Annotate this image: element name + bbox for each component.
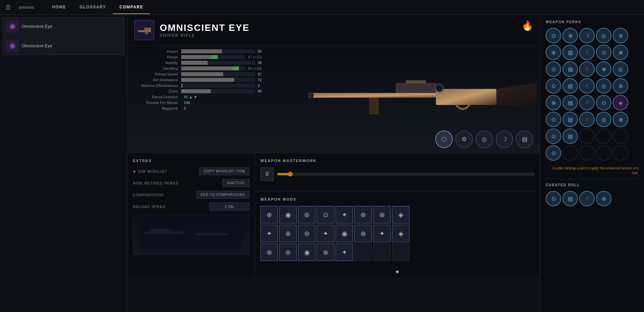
weapon-bottom-perks: ⬡ ⚙ ◎ ☽ ▤ [435, 131, 533, 148]
curated-perk-1[interactable]: ▤ [562, 191, 578, 206]
perk-5-1[interactable]: ▤ [562, 112, 578, 127]
masterwork-slider-track[interactable] [277, 173, 534, 175]
mod-slot-8[interactable]: ✦ [260, 225, 278, 242]
curated-perk-3[interactable]: ⊛ [596, 191, 611, 206]
perk-1-0[interactable]: ⊕ [546, 45, 561, 60]
top-navigation: ☰ omnisc HOME GLOSSARY COMPARE [0, 0, 644, 15]
perk-1-4[interactable]: ⊗ [613, 45, 628, 60]
sidebar-item-0[interactable]: Omniscient Eye [3, 17, 125, 36]
mod-slot-5[interactable]: ⊕ [354, 206, 372, 223]
stat-value-reload: 57 [258, 72, 262, 76]
copy-wishlist-button[interactable]: COPY WISHLIST ITEM [199, 167, 249, 175]
perk-1-2[interactable]: ↑ [579, 45, 595, 60]
perk-0-2[interactable]: ☽ [579, 28, 595, 43]
mod-slot-3[interactable]: ⊙ [317, 206, 334, 223]
weapon-title-group: OMNISCIENT EYE SNIPER RIFLE [160, 22, 250, 38]
mod-slot-13[interactable]: ⊕ [354, 225, 372, 242]
perk-0-4[interactable]: ⊛ [613, 28, 628, 43]
stat-reload: Reload Speed 57 [134, 72, 262, 76]
perk-2-2[interactable]: ↑ [579, 61, 595, 77]
perk-1-1[interactable]: ▤ [562, 45, 578, 60]
perk-6-1[interactable]: ▤ [562, 128, 578, 144]
perk-2-3[interactable]: ⊕ [596, 61, 611, 77]
perk-0-1[interactable]: ⊕ [562, 28, 578, 43]
perk-5-3[interactable]: ◎ [596, 112, 611, 127]
perk-bottom-4[interactable]: ▤ [516, 131, 533, 148]
perk-2-1[interactable]: ▤ [562, 61, 578, 77]
mod-slot-20[interactable]: ✦ [336, 244, 353, 261]
perk-1-3[interactable]: ⊙ [596, 45, 611, 60]
mod-slot-15[interactable]: ◈ [392, 225, 409, 242]
mod-slot-6[interactable]: ⊗ [373, 206, 391, 223]
nav-glossary[interactable]: GLOSSARY [73, 1, 113, 14]
perk-3-4[interactable]: ⊛ [613, 78, 628, 94]
perk-3-2[interactable]: ↑ [579, 78, 595, 94]
svg-rect-27 [151, 229, 171, 231]
perk-6-2[interactable] [579, 128, 595, 144]
perk-5-0[interactable]: ⊙ [546, 112, 561, 127]
perk-0-3[interactable]: ◎ [596, 28, 611, 43]
nav-logo-icon[interactable]: ☰ [5, 4, 11, 11]
mod-slot-11[interactable]: ✦ [317, 225, 334, 242]
perk-2-4[interactable]: ◎ [613, 61, 628, 77]
stat-handling: Handling 80 (+10) [134, 66, 262, 70]
perk-3-3[interactable]: ◎ [596, 78, 611, 94]
nav-home[interactable]: HOME [45, 1, 73, 14]
mod-slot-21[interactable] [354, 244, 372, 261]
mod-slot-12[interactable]: ◉ [336, 225, 353, 242]
mod-slot-9[interactable]: ⊕ [279, 225, 297, 242]
add-to-comparisons-button[interactable]: ADD TO COMPARISONS [196, 191, 249, 199]
stat-bar-airborne [181, 84, 255, 88]
perk-4-1[interactable]: ▤ [562, 95, 578, 110]
perk-4-2[interactable]: ↑ [579, 95, 595, 110]
mod-slot-4[interactable]: ✦ [336, 206, 353, 223]
perk-7-3[interactable] [596, 145, 611, 161]
perk-4-0[interactable]: ⊕ [546, 95, 561, 110]
perk-3-0[interactable]: ⊙ [546, 78, 561, 94]
svg-point-24 [308, 93, 314, 98]
mod-slot-19[interactable]: ⊕ [317, 244, 334, 261]
perk-5-2[interactable]: ↑ [579, 112, 595, 127]
stat-bar-range [181, 55, 245, 59]
perk-5-4[interactable]: ⊕ [613, 112, 628, 127]
mod-slot-16[interactable]: ⊕ [260, 244, 278, 261]
perk-6-3[interactable] [596, 128, 611, 144]
curated-perk-2[interactable]: ↑ [579, 191, 595, 206]
perk-7-1[interactable] [562, 145, 578, 161]
masterwork-mods-container: WEAPON MASTERWORK 0 WEAPON MODS ⊕ [255, 153, 540, 277]
mod-slot-14[interactable]: ✦ [373, 225, 391, 242]
stat-aim: Aim Assistance 72 [134, 78, 262, 82]
perk-7-2[interactable] [579, 145, 595, 161]
perk-4-3[interactable]: ⊙ [596, 95, 611, 110]
perk-2-0[interactable]: ⊙ [546, 61, 561, 77]
stat-value-range: 47 (+10) [248, 55, 262, 59]
reload-speed-row: RELOAD SPEED 2.74s [133, 203, 249, 211]
mod-slot-2[interactable]: ⊛ [298, 206, 315, 223]
mod-slot-17[interactable]: ⊛ [279, 244, 297, 261]
masterwork-slider-thumb [288, 172, 293, 176]
sidebar-item-1[interactable]: Omniscient Eye [3, 37, 125, 55]
mod-slot-18[interactable]: ◉ [298, 244, 315, 261]
perk-7-0[interactable]: ⊙ [546, 145, 561, 161]
perk-4-4[interactable]: ◈ [613, 95, 628, 110]
perk-7-4[interactable] [613, 145, 628, 161]
perk-bottom-0[interactable]: ⬡ [435, 131, 453, 148]
mod-slot-10[interactable]: ⊛ [298, 225, 315, 242]
masterwork-slider: 0 [260, 167, 534, 181]
curated-perk-0[interactable]: ⊙ [546, 191, 561, 206]
perk-bottom-3[interactable]: ☽ [496, 131, 513, 148]
mod-slot-23[interactable] [392, 244, 409, 261]
nav-compare[interactable]: COMPARE [113, 1, 150, 14]
perk-bottom-1[interactable]: ⚙ [455, 131, 473, 148]
perk-0-0[interactable]: ⊙ [546, 28, 561, 43]
perk-6-0[interactable]: ⊙ [546, 128, 561, 144]
perk-bottom-2[interactable]: ◎ [476, 131, 493, 148]
perk-3-1[interactable]: ▤ [562, 78, 578, 94]
mod-slot-22[interactable] [373, 244, 391, 261]
mod-slot-1[interactable]: ◉ [279, 206, 297, 223]
inactive-button[interactable]: INACTIVE [222, 179, 249, 187]
perk-6-4[interactable] [613, 128, 628, 144]
mod-slot-0[interactable]: ⊕ [260, 206, 278, 223]
reload-speed-value: 2.74s [209, 203, 249, 211]
mod-slot-7[interactable]: ◈ [392, 206, 409, 223]
